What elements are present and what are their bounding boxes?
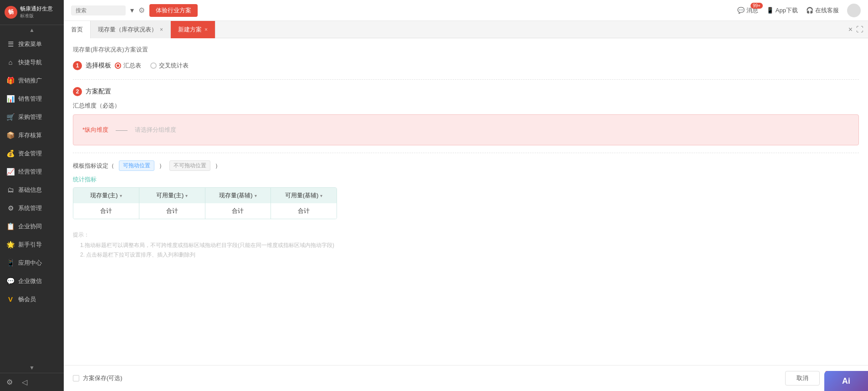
search-input[interactable] (71, 5, 126, 15)
indicator-col-1: 现存量(主) ▾ (73, 188, 139, 203)
sidebar-item-vip[interactable]: V 畅会员 (0, 290, 64, 309)
message-badge: 99+ (751, 3, 763, 9)
col4-chevron-icon: ▾ (320, 193, 322, 198)
sidebar-item-sales[interactable]: 📊 销售管理 (0, 90, 64, 108)
radio-cross[interactable]: 交叉统计表 (150, 62, 189, 70)
ai-label: Ai (842, 376, 850, 386)
sidebar-item-finance[interactable]: 💰 资金管理 (0, 144, 64, 163)
indicator-body-col-3: 合计 (205, 203, 271, 219)
radio-cross-label: 交叉统计表 (159, 62, 189, 70)
footer-left: 方案保存(可选) (73, 374, 123, 382)
indicator-settings-end-paren: ） (215, 162, 221, 170)
cancel-button[interactable]: 取消 (785, 371, 820, 386)
section1-title: 选择模板 (86, 62, 111, 70)
settings-icon[interactable]: ⚙ (6, 378, 13, 386)
draggable-tag: 可拖动位置 (119, 160, 154, 171)
col3-header-text: 现存量(基辅) (219, 191, 253, 200)
section1-num: 1 (73, 61, 82, 70)
radio-summary-circle (115, 62, 121, 69)
cart-icon: 🛒 (6, 113, 15, 121)
dim-label: 汇总维度（必选） (73, 102, 859, 110)
indicator-label: 模板指标设定（ 可拖动位置 ） 不可拖动位置 ） (73, 160, 859, 171)
sidebar-nav: ☰ 搜索菜单 ⌂ 快捷导航 🎁 营销推广 📊 销售管理 🛒 采购管理 📦 库存核… (0, 35, 64, 363)
volume-icon[interactable]: ◁ (22, 378, 27, 386)
tabs-bar: 首页 现存量（库存状况表） × 新建方案 × × ⛶ (64, 21, 868, 38)
box-icon: 📦 (6, 131, 15, 139)
money-icon: 💰 (6, 149, 15, 158)
sidebar-item-label: 资金管理 (18, 149, 42, 158)
window-close-button[interactable]: × (848, 26, 853, 34)
sidebar-item-operation[interactable]: 📈 经营管理 (0, 163, 64, 181)
sidebar-item-system[interactable]: ⚙ 系统管理 (0, 199, 64, 217)
window-expand-button[interactable]: ⛶ (856, 26, 863, 34)
section-plan-config: 2 方案配置 汇总维度（必选） *纵向维度 —— 请选择分组维度 模板指标设定（… (73, 87, 859, 265)
stats-label: 统计指标 (73, 175, 859, 184)
app-download-label: App下载 (776, 6, 798, 15)
col2-body: 合计 (139, 203, 205, 219)
app-logo-icon: 畅 (5, 6, 17, 19)
sidebar-item-label: 快捷导航 (18, 58, 42, 67)
sidebar-item-app-center[interactable]: 📱 应用中心 (0, 254, 64, 272)
sidebar-scroll-up[interactable]: ▲ (0, 25, 64, 35)
tab-inventory-label: 现存量（库存状况表） (98, 26, 157, 34)
col2-header[interactable]: 可用量(主) ▾ (139, 188, 205, 203)
ai-float-button[interactable]: Ai (824, 371, 868, 391)
page-title: 现存量(库存状况表)方案设置 (73, 46, 859, 54)
sidebar-item-label: 畅会员 (18, 295, 36, 304)
sidebar-item-basic-info[interactable]: 🗂 基础信息 (0, 181, 64, 199)
radio-summary[interactable]: 汇总表 (115, 62, 141, 70)
sidebar-item-label: 企业微信 (18, 277, 42, 285)
col3-header[interactable]: 现存量(基辅) ▾ (205, 188, 271, 203)
operation-icon: 📈 (6, 168, 15, 176)
sidebar-item-quick-nav[interactable]: ⌂ 快捷导航 (0, 53, 64, 72)
sidebar-item-label: 企业协同 (18, 222, 42, 231)
dim-placeholder-text: 请选择分组维度 (135, 126, 176, 134)
sidebar-item-enterprise[interactable]: 📋 企业协同 (0, 217, 64, 236)
indicator-settings-text: 模板指标设定（ (73, 162, 114, 170)
indicator-table-header: 现存量(主) ▾ 可用量(主) ▾ 现存量(基辅 (73, 188, 337, 203)
sidebar-item-label: 采购管理 (18, 113, 42, 121)
indicator-col-3: 现存量(基辅) ▾ (205, 188, 271, 203)
sidebar-item-inventory[interactable]: 📦 库存核算 (0, 126, 64, 144)
tab-new-plan-close-icon[interactable]: × (204, 26, 208, 33)
header: ▾ ⚙ 体验行业方案 💬 消息 99+ 📱 App下载 🎧 在线客服 (64, 0, 868, 21)
col1-header[interactable]: 现存量(主) ▾ (73, 188, 139, 203)
tips-title: 提示： (73, 231, 859, 239)
experience-btn[interactable]: 体验行业方案 (149, 4, 198, 17)
app-download-button[interactable]: 📱 App下载 (766, 6, 798, 15)
online-service-button[interactable]: 🎧 在线客服 (806, 6, 839, 15)
sidebar-item-guide[interactable]: 🌟 新手引导 (0, 236, 64, 254)
sidebar-item-wechat[interactable]: 💬 企业微信 (0, 272, 64, 290)
header-dropdown-button[interactable]: ▾ (130, 6, 134, 15)
radio-cross-circle (150, 62, 157, 69)
col3-body: 合计 (205, 203, 271, 219)
sidebar-item-marketing[interactable]: 🎁 营销推广 (0, 72, 64, 90)
sidebar-scroll-down[interactable]: ▼ (0, 363, 64, 373)
tab-new-plan-label: 新建方案 (178, 26, 202, 34)
sidebar-item-label: 基础信息 (18, 186, 42, 194)
sidebar-item-label: 销售管理 (18, 95, 42, 103)
dimension-area[interactable]: *纵向维度 —— 请选择分组维度 (73, 114, 859, 145)
tab-inventory-status[interactable]: 现存量（库存状况表） × (91, 21, 171, 38)
user-avatar[interactable] (847, 4, 861, 17)
header-gear-icon[interactable]: ⚙ (138, 6, 145, 15)
basic-icon: 🗂 (6, 186, 15, 194)
tab-new-plan[interactable]: 新建方案 × (171, 21, 215, 38)
sidebar-item-purchase[interactable]: 🛒 采购管理 (0, 108, 64, 126)
message-button[interactable]: 💬 消息 99+ (737, 6, 758, 15)
app-edition: 标准版 (20, 13, 53, 19)
tab-home[interactable]: 首页 (64, 21, 91, 38)
radio-summary-label: 汇总表 (123, 62, 141, 70)
sidebar-item-search-menu[interactable]: ☰ 搜索菜单 (0, 35, 64, 53)
headphone-icon: 🎧 (806, 7, 813, 14)
app-name-block: 畅康通好生意 标准版 (20, 5, 53, 19)
header-left: ▾ ⚙ 体验行业方案 (71, 4, 198, 17)
tab-inventory-close-icon[interactable]: × (160, 26, 163, 33)
col2-chevron-icon: ▾ (185, 193, 188, 198)
col4-header[interactable]: 可用量(基辅) ▾ (271, 188, 337, 203)
phone-icon: 📱 (766, 7, 774, 14)
sidebar-item-label: 库存核算 (18, 131, 42, 139)
col1-body: 合计 (73, 203, 139, 219)
save-checkbox[interactable] (73, 375, 79, 381)
indicator-body-col-1: 合计 (73, 203, 139, 219)
